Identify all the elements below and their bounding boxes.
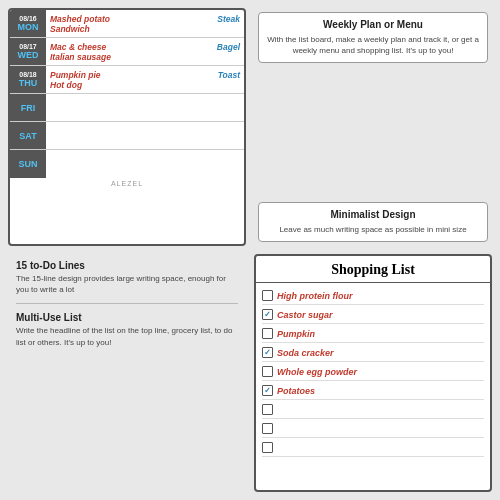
checkbox-2[interactable]: [262, 309, 273, 320]
day-cell-fri: FRI: [10, 94, 46, 121]
checkbox-9[interactable]: [262, 442, 273, 453]
todo-lines-text: The 15-line design provides large writin…: [16, 273, 238, 295]
shopping-item-3: Pumpkin: [262, 325, 484, 343]
food-line-wed-1: Mac & cheese Bagel: [50, 42, 240, 52]
planner-row-fri: FRI: [10, 94, 244, 122]
todo-lines-title: 15 to-Do Lines: [16, 260, 238, 271]
content-sat: [46, 122, 244, 149]
weekly-planner: 08/16 MON Mashed potato Steak Sandwich 0…: [8, 8, 246, 246]
content-sun: [46, 150, 244, 178]
checkbox-8[interactable]: [262, 423, 273, 434]
food-thu-main: Pumpkin pie: [50, 70, 101, 80]
content-fri: [46, 94, 244, 121]
multi-use-title: Multi-Use List: [16, 312, 238, 323]
features-divider: [16, 303, 238, 304]
checkbox-5[interactable]: [262, 366, 273, 377]
day-cell-wed: 08/17 WED: [10, 38, 46, 65]
food-line-mon-1: Mashed potato Steak: [50, 14, 240, 24]
day-wed: WED: [18, 50, 39, 60]
item-text-9: .: [277, 443, 280, 453]
shopping-item-6: Potatoes: [262, 382, 484, 400]
planner-row-mon: 08/16 MON Mashed potato Steak Sandwich: [10, 10, 244, 38]
checkbox-7[interactable]: [262, 404, 273, 415]
day-cell-sun: SUN: [10, 150, 46, 178]
planner-row-sun: SUN: [10, 150, 244, 178]
date-mon: 08/16: [19, 15, 37, 22]
day-cell-mon: 08/16 MON: [10, 10, 46, 37]
food-thu-side: Toast: [218, 70, 240, 80]
brand-label: ALEZEL: [10, 178, 244, 189]
shopping-item-2: Castor sugar: [262, 306, 484, 324]
food-line-thu-1: Pumpkin pie Toast: [50, 70, 240, 80]
day-cell-sat: SAT: [10, 122, 46, 149]
content-wed: Mac & cheese Bagel Italian sausage: [46, 38, 244, 65]
content-thu: Pumpkin pie Toast Hot dog: [46, 66, 244, 93]
item-text-5: Whole egg powder: [277, 367, 357, 377]
checkbox-1[interactable]: [262, 290, 273, 301]
shopping-item-4: Soda cracker: [262, 344, 484, 362]
shopping-item-8: .: [262, 420, 484, 438]
minimalist-design-title: Minimalist Design: [267, 209, 479, 220]
minimalist-design-text: Leave as much writing space as possible …: [267, 224, 479, 235]
day-cell-thu: 08/18 THU: [10, 66, 46, 93]
multi-use-text: Write the headline of the list on the to…: [16, 325, 238, 347]
day-thu: THU: [19, 78, 38, 88]
food-line-thu-2: Hot dog: [50, 80, 240, 90]
planner-row-wed: 08/17 WED Mac & cheese Bagel Italian sau…: [10, 38, 244, 66]
item-text-6: Potatoes: [277, 386, 315, 396]
item-text-2: Castor sugar: [277, 310, 333, 320]
checkbox-6[interactable]: [262, 385, 273, 396]
food-thu-sub: Hot dog: [50, 80, 82, 90]
info-panel: Weekly Plan or Menu With the list board,…: [254, 8, 492, 246]
multi-use-section: Multi-Use List Write the headline of the…: [16, 312, 238, 347]
date-thu: 08/18: [19, 71, 37, 78]
shopping-list: Shopping List High protein flour Castor …: [254, 254, 492, 492]
food-mon-sub: Sandwich: [50, 24, 90, 34]
food-mon-side: Steak: [217, 14, 240, 24]
features-panel: 15 to-Do Lines The 15-line design provid…: [8, 254, 246, 492]
shopping-item-9: .: [262, 439, 484, 457]
planner-row-thu: 08/18 THU Pumpkin pie Toast Hot dog: [10, 66, 244, 94]
food-line-mon-2: Sandwich: [50, 24, 240, 34]
day-mon: MON: [18, 22, 39, 32]
content-mon: Mashed potato Steak Sandwich: [46, 10, 244, 37]
food-wed-main: Mac & cheese: [50, 42, 106, 52]
food-wed-sub: Italian sausage: [50, 52, 111, 62]
minimalist-design-box: Minimalist Design Leave as much writing …: [258, 202, 488, 242]
checkbox-4[interactable]: [262, 347, 273, 358]
shopping-list-title: Shopping List: [256, 256, 490, 283]
food-line-wed-2: Italian sausage: [50, 52, 240, 62]
shopping-items-container: High protein flour Castor sugar Pumpkin …: [256, 283, 490, 490]
weekly-plan-text: With the list board, make a weekly plan …: [267, 34, 479, 56]
food-wed-side: Bagel: [217, 42, 240, 52]
shopping-item-7: .: [262, 401, 484, 419]
checkbox-3[interactable]: [262, 328, 273, 339]
item-text-4: Soda cracker: [277, 348, 334, 358]
item-text-1: High protein flour: [277, 291, 353, 301]
date-wed: 08/17: [19, 43, 37, 50]
item-text-7: .: [277, 405, 280, 415]
planner-row-sat: SAT: [10, 122, 244, 150]
todo-lines-section: 15 to-Do Lines The 15-line design provid…: [16, 260, 238, 295]
item-text-3: Pumpkin: [277, 329, 315, 339]
shopping-item-1: High protein flour: [262, 287, 484, 305]
weekly-plan-title: Weekly Plan or Menu: [267, 19, 479, 30]
shopping-item-5: Whole egg powder: [262, 363, 484, 381]
item-text-8: .: [277, 424, 280, 434]
food-mon-main: Mashed potato: [50, 14, 110, 24]
weekly-plan-box: Weekly Plan or Menu With the list board,…: [258, 12, 488, 63]
